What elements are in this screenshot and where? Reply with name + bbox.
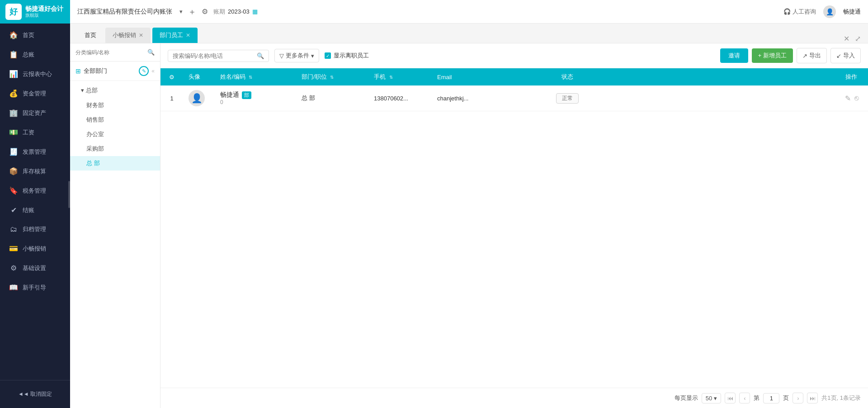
sidebar-label-inventory: 库存核算 — [23, 167, 46, 176]
top-bar: 江西服宝精品有限责任公司内账张 ▾ ＋ ⚙ 账期 2023-03 ▦ 🎧 人工咨… — [70, 0, 868, 24]
inventory-icon: 📦 — [9, 167, 18, 176]
edit-employee-icon[interactable]: ✎ — [845, 94, 851, 103]
tab-xiaochang-baoxiao[interactable]: 小畅报销 ✕ — [105, 28, 151, 43]
employee-search-input[interactable] — [173, 52, 254, 59]
dept-item-bangongshi[interactable]: 办公室 — [70, 127, 160, 142]
headset-icon: 🎧 — [783, 8, 791, 15]
sidebar-item-xiaochang[interactable]: 💳 小畅报销 — [0, 239, 70, 258]
sidebar-item-home[interactable]: 🏠 首页 — [0, 25, 70, 45]
dept-item-zongbu[interactable]: 总 部 — [70, 156, 160, 171]
sidebar-label-settlement: 结账 — [23, 206, 34, 214]
col-settings[interactable]: ⚙ — [160, 68, 183, 85]
collapse-panel-icon[interactable]: « — [151, 68, 155, 74]
col-phone[interactable]: 手机 ⇅ — [368, 68, 432, 85]
all-depts-label-block: ⊞ 全部部门 — [75, 67, 107, 75]
add-company-icon[interactable]: ＋ — [188, 6, 196, 17]
sidebar-item-fixed-assets[interactable]: 🏢 固定资产 — [0, 103, 70, 123]
col-dept-pos[interactable]: 部门/职位 ⇅ — [296, 68, 368, 85]
company-name: 江西服宝精品有限责任公司内账张 — [77, 8, 172, 16]
sidebar-label-payroll: 工资 — [23, 128, 34, 137]
employee-phone: 138070602... — [374, 95, 408, 102]
settings-gear-icon[interactable]: ⚙ — [202, 7, 208, 16]
tab-xiaochang-label: 小畅报销 — [113, 31, 136, 39]
sidebar-item-invoice[interactable]: 🧾 发票管理 — [0, 142, 70, 161]
show-resigned-toggle[interactable]: ✓ 显示离职员工 — [325, 52, 369, 60]
dept-item-zongbu-parent[interactable]: ▾ 总部 — [70, 83, 160, 98]
tax-icon: 🔖 — [9, 186, 18, 195]
app-name: 畅捷通好会计 — [25, 5, 63, 13]
company-dropdown-icon[interactable]: ▾ — [179, 8, 183, 15]
import-button[interactable]: ↙ 导入 — [830, 48, 861, 63]
add-employee-button[interactable]: + 新增员工 — [752, 48, 793, 63]
sort-name-icon: ⇅ — [249, 75, 252, 80]
close-window-icon[interactable]: ✕ — [844, 34, 849, 43]
sidebar-label-tax: 税务管理 — [23, 187, 46, 195]
total-records: 共1页, 1条记录 — [821, 394, 861, 402]
sidebar-label-funds: 资金管理 — [23, 90, 46, 98]
employee-search-box: 🔍 — [168, 50, 269, 62]
sidebar-item-inventory[interactable]: 📦 库存核算 — [0, 161, 70, 181]
sidebar: 好 畅捷通好会计 旗舰版 🏠 首页 📋 总账 📊 云报表中心 💰 资金管理 🏢 … — [0, 0, 70, 408]
funds-icon: 💰 — [9, 89, 18, 98]
col-actions: 操作 — [613, 68, 868, 85]
dept-item-xiaoshou[interactable]: 销售部 — [70, 113, 160, 127]
cancel-fixed-button[interactable]: ◄◄ 取消固定 — [0, 386, 70, 403]
sidebar-item-guide[interactable]: 📖 新手引导 — [0, 278, 70, 297]
sidebar-item-general-ledger[interactable]: 📋 总账 — [0, 45, 70, 64]
edit-dept-icon[interactable]: ✎ — [139, 66, 149, 76]
left-panel: 🔍 ⊞ 全部部门 ✎ « ▾ 总部 财务部 销售部 办公室 采购部 总 部 — [70, 43, 160, 408]
user-avatar[interactable]: 👤 — [823, 5, 836, 18]
all-depts-label[interactable]: 全部部门 — [84, 67, 107, 75]
sidebar-item-settlement[interactable]: ✔ 结账 — [0, 200, 70, 220]
dept-search-icon[interactable]: 🔍 — [147, 49, 155, 56]
sidebar-item-payroll[interactable]: 💵 工资 — [0, 123, 70, 142]
employee-status-badge: 正常 — [556, 93, 579, 104]
more-filter-button[interactable]: ▽ 更多条件 ▾ — [274, 49, 319, 62]
home-icon: 🏠 — [9, 31, 18, 39]
page-unit: 页 — [783, 394, 789, 402]
sidebar-item-settings[interactable]: ⚙ 基础设置 — [0, 258, 70, 278]
sidebar-label-settings: 基础设置 — [23, 264, 46, 272]
table-header-row: ⚙ 头像 姓名/编码 ⇅ 部门/职位 ⇅ 手机 — [160, 68, 868, 85]
tab-xiaochang-close-icon[interactable]: ✕ — [139, 32, 143, 38]
tab-bumen-employee[interactable]: 部门员工 ✕ — [152, 28, 198, 43]
invite-button[interactable]: 邀请 — [720, 48, 748, 63]
sidebar-label-report-center: 云报表中心 — [23, 70, 52, 78]
calendar-icon[interactable]: ▦ — [252, 8, 258, 15]
last-page-button[interactable]: ⏭ — [807, 393, 818, 403]
settlement-icon: ✔ — [9, 206, 18, 214]
tab-home[interactable]: 首页 — [77, 28, 104, 43]
support-button[interactable]: 🎧 人工咨询 — [783, 8, 816, 16]
dept-item-caigou[interactable]: 采购部 — [70, 142, 160, 156]
sidebar-item-funds[interactable]: 💰 资金管理 — [0, 84, 70, 103]
dept-item-caiwu[interactable]: 财务部 — [70, 98, 160, 113]
sidebar-item-tax[interactable]: 🔖 税务管理 — [0, 181, 70, 200]
employee-code: 0 — [220, 99, 291, 105]
next-page-button[interactable]: › — [793, 393, 803, 403]
sidebar-item-report-center[interactable]: 📊 云报表中心 — [0, 64, 70, 84]
prev-page-button[interactable]: ‹ — [739, 393, 750, 403]
page-label: 第 — [754, 394, 760, 402]
employee-avatar: 👤 — [189, 90, 205, 106]
tab-home-label: 首页 — [85, 31, 96, 39]
user-name-top: 畅捷通 — [843, 8, 861, 16]
resigned-checkbox[interactable]: ✓ — [325, 52, 331, 59]
per-page-selector[interactable]: 50 ▾ — [702, 393, 721, 403]
employee-search-icon[interactable]: 🔍 — [257, 52, 264, 59]
assets-icon: 🏢 — [9, 109, 18, 117]
row-index: 1 — [160, 85, 183, 111]
sidebar-label-home: 首页 — [23, 31, 34, 39]
logout-employee-icon[interactable]: ⎋ — [854, 94, 859, 103]
page-number-input[interactable]: 1 — [763, 393, 779, 403]
employee-email: chanjethkj... — [437, 95, 468, 102]
first-page-button[interactable]: ⏮ — [725, 393, 736, 403]
name-text: 畅捷通 — [220, 91, 239, 99]
employee-table-container: ⚙ 头像 姓名/编码 ⇅ 部门/职位 ⇅ 手机 — [160, 68, 868, 388]
col-name-code[interactable]: 姓名/编码 ⇅ — [215, 68, 296, 85]
export-button[interactable]: ↗ 导出 — [797, 48, 827, 63]
sidebar-item-archive[interactable]: 🗂 归档管理 — [0, 220, 70, 239]
maximize-window-icon[interactable]: ⤢ — [855, 34, 861, 43]
employee-dept: 总 部 — [302, 94, 363, 102]
tab-bumen-close-icon[interactable]: ✕ — [186, 32, 190, 38]
dept-search-input[interactable] — [75, 49, 145, 56]
